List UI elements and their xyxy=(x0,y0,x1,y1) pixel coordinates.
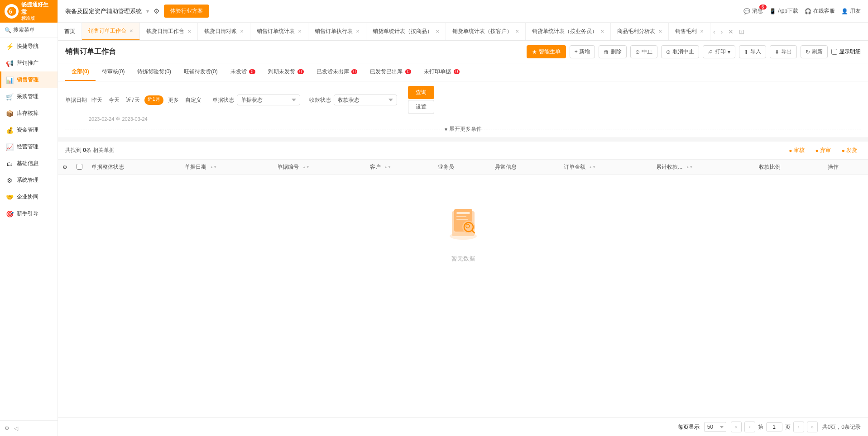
sub-tab-expired-not-shipped[interactable]: 到期未发货 0 xyxy=(262,63,310,81)
sidebar-item-marketing[interactable]: 📢 营销推广 xyxy=(0,55,58,71)
close-tab-by-product[interactable]: ✕ xyxy=(436,29,439,34)
close-tab-sales-stats[interactable]: ✕ xyxy=(298,29,302,34)
smart-create-btn[interactable]: ★ 智能生单 xyxy=(527,45,566,58)
sub-tab-all[interactable]: 全部(0) xyxy=(65,63,96,81)
th-date[interactable]: 单据日期 ▲▼ xyxy=(180,160,273,175)
setting-btn[interactable]: 设置 xyxy=(408,100,434,114)
sidebar-item-inventory[interactable]: 📦 库存核算 xyxy=(0,105,58,122)
tab-sales-by-staff[interactable]: 销货单统计表（按业务员） ✕ xyxy=(526,23,611,40)
sub-tab-not-shipped[interactable]: 未发货 0 xyxy=(224,63,262,81)
first-page-btn[interactable]: « xyxy=(731,422,742,432)
page-number-input[interactable] xyxy=(766,422,782,431)
close-tab-cash-reconcile[interactable]: ✕ xyxy=(240,29,244,34)
print-btn[interactable]: 🖨 打印 ▾ xyxy=(703,45,735,58)
user-btn[interactable]: 👤 用友 xyxy=(841,7,861,15)
sub-tab-shipped-not-out[interactable]: 已发货未出库 0 xyxy=(310,63,364,81)
review-btn[interactable]: ● 审核 xyxy=(785,145,808,156)
tab-cash-daily[interactable]: 钱货日清工作台 ✕ xyxy=(140,23,198,40)
marketing-icon: 📢 xyxy=(6,60,13,67)
import-btn[interactable]: ⬆ 导入 xyxy=(739,45,766,58)
export-btn[interactable]: ⬇ 导出 xyxy=(770,45,797,58)
tab-sales-more[interactable]: 销售毛利 ✕ xyxy=(669,23,710,40)
inventory-icon: 📦 xyxy=(6,110,13,117)
system-title: 装备及固定资产辅助管理系统 xyxy=(65,7,142,15)
next-page-btn[interactable]: › xyxy=(793,422,804,432)
topbar-settings-icon[interactable]: ⚙ xyxy=(153,7,159,15)
date-custom[interactable]: 自定义 xyxy=(183,95,203,105)
settings-icon[interactable]: ⚙ xyxy=(5,425,10,431)
tab-sales-exec[interactable]: 销售订单执行表 ✕ xyxy=(308,23,366,40)
quicknav-icon: ⚡ xyxy=(6,43,13,50)
topbar-dropdown-icon[interactable]: ▾ xyxy=(146,8,149,14)
tabs-close-all-btn[interactable]: ✕ xyxy=(725,28,736,35)
tab-sales-workbench[interactable]: 销售订单工作台 ✕ xyxy=(82,23,140,40)
payment-select[interactable]: 收款状态 xyxy=(334,95,397,105)
select-all-checkbox[interactable] xyxy=(77,164,82,170)
th-collected[interactable]: 累计收款... ▲▼ xyxy=(652,160,754,175)
sub-tab-not-printed[interactable]: 未打印单据 0 xyxy=(417,63,466,81)
tab-cash-reconcile[interactable]: 钱货日清对账 ✕ xyxy=(198,23,250,40)
collapse-icon[interactable]: ◁ xyxy=(14,425,18,431)
tab-sales-by-product[interactable]: 销货单统计表（按商品） ✕ xyxy=(366,23,446,40)
sub-tab-shipped-out[interactable]: 已发货已出库 0 xyxy=(364,63,417,81)
sidebar-item-quicknav[interactable]: ⚡ 快捷导航 xyxy=(0,38,58,55)
close-tab-sales-exec[interactable]: ✕ xyxy=(356,29,360,34)
table-scroll[interactable]: ⚙ 单据整体状态 单据日期 ▲▼ xyxy=(58,160,868,417)
date-today[interactable]: 今天 xyxy=(107,95,121,105)
sidebar-item-enterprise[interactable]: 🤝 企业协同 xyxy=(0,189,58,205)
prev-page-btn[interactable]: ‹ xyxy=(744,422,755,432)
stop-btn[interactable]: ⊙ 中止 xyxy=(630,45,657,58)
tab-sales-stats[interactable]: 销售订单统计表 ✕ xyxy=(250,23,308,40)
trial-btn[interactable]: 体验行业方案 xyxy=(164,5,209,18)
refresh-btn[interactable]: ↻ 刷新 xyxy=(801,45,828,58)
close-tab-gross-profit[interactable]: ✕ xyxy=(658,29,662,34)
close-tab-by-customer[interactable]: ✕ xyxy=(515,29,519,34)
sidebar-item-operations[interactable]: 📈 经营管理 xyxy=(0,138,58,155)
sidebar-item-basic[interactable]: 🗂 基础信息 xyxy=(0,155,58,172)
th-customer[interactable]: 客户 ▲▼ xyxy=(365,160,434,175)
show-detail-check[interactable]: 显示明细 xyxy=(831,48,861,56)
tab-home[interactable]: 首页 xyxy=(58,23,82,40)
status-select[interactable]: 单据状态 xyxy=(237,95,300,105)
sub-tab-pending-review[interactable]: 待审核(0) xyxy=(96,63,131,81)
close-tab-sales-more[interactable]: ✕ xyxy=(700,29,704,34)
settings-col-icon[interactable]: ⚙ xyxy=(62,164,67,171)
query-btn[interactable]: 查询 xyxy=(408,86,434,99)
search-menu[interactable]: 🔍 搜索菜单 xyxy=(0,23,58,38)
cancel-stop-btn[interactable]: ⊙ 取消中止 xyxy=(661,45,699,58)
page-size-select[interactable]: 50 10 20 100 xyxy=(704,422,726,432)
close-tab-sales-workbench[interactable]: ✕ xyxy=(129,28,133,33)
tab-sales-by-customer[interactable]: 销货单统计表（按客户） ✕ xyxy=(446,23,526,40)
close-tab-cash-daily[interactable]: ✕ xyxy=(187,29,191,34)
date-1month[interactable]: 近1月 xyxy=(144,95,163,105)
cancel-review-btn[interactable]: ● 弃审 xyxy=(812,145,834,156)
tabs-expand-btn[interactable]: ⊡ xyxy=(736,28,747,35)
tab-gross-profit[interactable]: 商品毛利分析表 ✕ xyxy=(611,23,669,40)
th-staff[interactable]: 业务员 xyxy=(433,160,490,175)
sidebar-item-system[interactable]: ⚙ 系统管理 xyxy=(0,172,58,189)
tabs-prev-btn[interactable]: ‹ xyxy=(710,28,718,35)
sidebar-item-guide[interactable]: 🎯 新手引导 xyxy=(0,205,58,222)
date-7days[interactable]: 近7天 xyxy=(124,95,142,105)
delete-btn[interactable]: 🗑 删除 xyxy=(599,45,627,58)
review-dot: ● xyxy=(789,147,792,154)
date-yesterday[interactable]: 昨天 xyxy=(90,95,104,105)
tabs-next-btn[interactable]: › xyxy=(718,28,726,35)
message-btn[interactable]: 💬 消息 6 xyxy=(743,7,763,15)
show-detail-checkbox[interactable] xyxy=(831,49,837,55)
sidebar-item-sales[interactable]: 📊 销售管理 xyxy=(0,71,58,88)
expand-btn[interactable]: ▾ 展开更多条件 xyxy=(445,125,482,133)
sub-tab-wangpu[interactable]: 旺铺待发货(0) xyxy=(177,63,224,81)
th-amount[interactable]: 订单金额 ▲▼ xyxy=(559,160,652,175)
app-download-btn[interactable]: 📱 App下载 xyxy=(769,7,798,15)
last-page-btn[interactable]: » xyxy=(807,422,818,432)
add-btn[interactable]: + 新增 xyxy=(570,45,595,58)
sub-tab-pending-inspect[interactable]: 待拣货验货(0) xyxy=(131,63,177,81)
date-more[interactable]: 更多 xyxy=(166,95,181,105)
sidebar-item-finance[interactable]: 💰 资金管理 xyxy=(0,122,58,138)
online-service-btn[interactable]: 🎧 在线客服 xyxy=(805,7,835,15)
ship-btn[interactable]: ● 发货 xyxy=(838,145,861,156)
close-tab-by-staff[interactable]: ✕ xyxy=(600,29,604,34)
th-number[interactable]: 单据编号 ▲▼ xyxy=(273,160,365,175)
sidebar-item-purchase[interactable]: 🛒 采购管理 xyxy=(0,88,58,105)
